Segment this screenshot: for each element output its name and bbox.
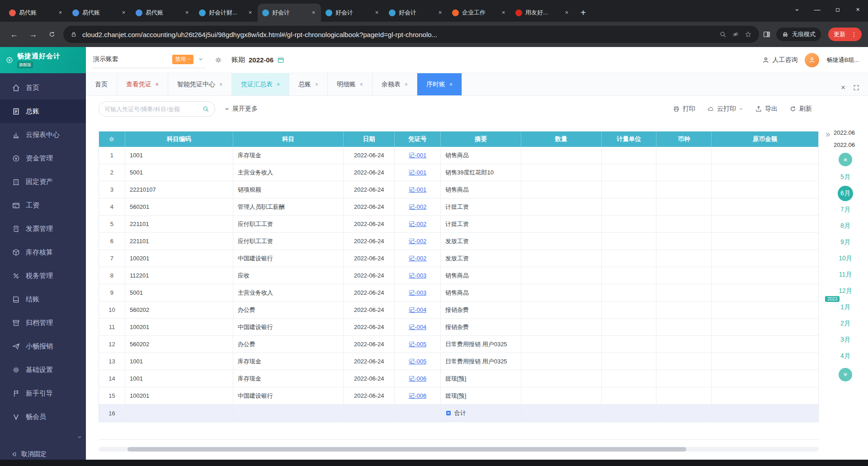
tab-close-icon[interactable]: ×	[310, 9, 317, 17]
sidebar-item[interactable]: 新手引导	[0, 381, 86, 405]
browser-menu-dots-icon[interactable]: ⋮	[849, 31, 859, 38]
user-name[interactable]: 畅捷通B组...	[826, 56, 859, 64]
disabled-badge[interactable]: 禁用	[172, 55, 193, 64]
month-item[interactable]: 2023 7月	[837, 203, 854, 217]
voucher-link[interactable]: 记-002	[409, 237, 426, 245]
month-item[interactable]: 2023 1月	[837, 301, 854, 314]
minimize-button[interactable]: —	[807, 6, 827, 13]
workspace-tab[interactable]: 凭证汇总表 ×	[232, 73, 289, 95]
refresh-button[interactable]: 刷新	[789, 105, 812, 113]
tab-close-icon[interactable]: ×	[360, 81, 363, 88]
table-row[interactable]: 13 1001 库存现金 2022-06-24 记-005 日常费用报销 用户0…	[99, 353, 818, 370]
month-item[interactable]: 2023 6月	[838, 186, 853, 201]
workspace-tab[interactable]: 余额表 ×	[373, 73, 417, 95]
sidebar-item[interactable]: 库存核算	[0, 240, 86, 264]
table-row[interactable]: 11 100201 中国建设银行 2022-06-24 记-004 报销杂费	[99, 319, 818, 336]
url-text[interactable]: cloud2.chanjet.com/accounting/uh26t264j5…	[82, 31, 714, 38]
reload-button[interactable]	[44, 27, 60, 42]
voucher-link[interactable]: 记-004	[409, 323, 426, 331]
tab-close-icon[interactable]: ×	[449, 81, 453, 88]
browser-tab[interactable]: 好会计 ×	[258, 4, 321, 22]
table-row[interactable]: 6 221101 应付职工工资 2022-06-24 记-002 发放工资	[99, 233, 818, 250]
sidebar-item[interactable]: 小畅报销	[0, 334, 86, 358]
workspace-tab[interactable]: 智能凭证中心 ×	[168, 73, 232, 95]
new-tab-button[interactable]: +	[576, 5, 590, 20]
month-item[interactable]: 2023 2月	[837, 317, 854, 330]
browser-tab[interactable]: 易代账 ×	[68, 4, 131, 22]
export-button[interactable]: 导出	[755, 105, 778, 113]
tab-close-icon[interactable]: ×	[57, 9, 64, 17]
voucher-link[interactable]: 记-002	[409, 203, 426, 211]
table-row[interactable]: 1 1001 库存现金 2022-06-24 记-001 销售商品	[99, 147, 818, 164]
voucher-link[interactable]: 记-006	[409, 392, 426, 400]
table-row[interactable]: 15 100201 中国建设银行 2022-06-24 记-006 提现[预]	[99, 387, 818, 405]
month-item[interactable]: 2023 3月	[837, 333, 854, 347]
voucher-link[interactable]: 记-005	[409, 358, 426, 366]
table-row[interactable]: 16 合计	[99, 405, 818, 422]
browser-tab[interactable]: 用友好... ×	[511, 4, 574, 22]
scrollbar-thumb[interactable]	[127, 447, 686, 452]
back-button[interactable]: ←	[6, 27, 22, 42]
forward-button[interactable]: →	[25, 27, 41, 42]
sidebar-item[interactable]: 归档管理	[0, 311, 86, 334]
sidebar-item[interactable]: 首页	[0, 76, 86, 99]
account-caret-icon[interactable]	[198, 56, 203, 62]
month-item[interactable]: 2023 12月	[837, 284, 854, 298]
tab-close-icon[interactable]: ×	[405, 81, 408, 88]
table-row[interactable]: 9 5001 主营业务收入 2022-06-24 记-003 销售商品	[99, 284, 818, 301]
month-item[interactable]: 2023 11月	[837, 268, 854, 282]
browser-tab[interactable]: 企业工作 ×	[448, 4, 511, 22]
table-row[interactable]: 14 1001 库存现金 2022-06-24 记-006 提现[预]	[99, 370, 818, 387]
tab-close-icon[interactable]: ×	[156, 81, 159, 88]
search-input[interactable]	[104, 106, 198, 113]
search-box[interactable]	[99, 101, 215, 117]
table-row[interactable]: 10 560202 办公费 2022-06-24 记-004 报销杂费	[99, 301, 818, 319]
voucher-link[interactable]: 记-002	[409, 254, 426, 263]
sidebar-item[interactable]: 结账	[0, 287, 86, 311]
workspace-tab[interactable]: 总账 ×	[289, 73, 328, 95]
tab-search-chevron-icon[interactable]	[787, 6, 807, 13]
month-item[interactable]: 2023 5月	[837, 170, 854, 184]
table-row[interactable]: 7 100201 中国建设银行 2022-06-24 记-002 发放工资	[99, 250, 818, 267]
sidebar-item[interactable]: 资金管理	[0, 146, 86, 170]
workspace-tab[interactable]: 查看凭证 ×	[117, 73, 168, 95]
search-icon[interactable]	[202, 105, 209, 113]
table-row[interactable]: 5 221101 应付职工工资 2022-06-24 记-002 计提工资	[99, 216, 818, 233]
table-row[interactable]: 8 112201 应收 2022-06-24 记-003 销售商品	[99, 267, 818, 284]
voucher-link[interactable]: 记-002	[409, 220, 426, 228]
sidebar-item[interactable]: 基础设置	[0, 358, 86, 381]
tab-close-icon[interactable]: ×	[183, 9, 191, 17]
tab-close-icon[interactable]: ×	[436, 9, 444, 17]
sidebar-item[interactable]: 畅会员	[0, 405, 86, 428]
sidebar-scroll-down-icon[interactable]	[77, 433, 82, 441]
sidebar-item[interactable]: 总账	[0, 99, 86, 123]
tab-close-icon[interactable]: ×	[563, 9, 571, 17]
cloud-print-button[interactable]: 云打印	[707, 105, 743, 113]
table-row[interactable]: 4 560201 管理人员职工薪酬 2022-06-24 记-002 计提工资	[99, 198, 818, 216]
voucher-link[interactable]: 记-001	[409, 186, 426, 194]
maximize-button[interactable]	[827, 6, 848, 13]
month-item[interactable]: 2023 9月	[837, 235, 854, 249]
workspace-tab[interactable]: 明细账 ×	[328, 73, 373, 95]
browser-tab[interactable]: 易代账 ×	[5, 4, 68, 22]
workspace-tab[interactable]: 序时账 ×	[417, 73, 462, 95]
scroll-months-down-button[interactable]	[839, 368, 852, 381]
eye-off-icon[interactable]	[732, 31, 739, 38]
expand-more-button[interactable]: 展开更多	[224, 105, 258, 113]
tab-close-icon[interactable]: ×	[315, 81, 318, 88]
settings-gear-icon[interactable]	[214, 56, 222, 64]
tab-close-icon[interactable]: ×	[277, 81, 280, 88]
tab-close-icon[interactable]: ×	[219, 81, 222, 88]
voucher-link[interactable]: 记-004	[409, 306, 426, 314]
print-button[interactable]: 打印	[673, 105, 695, 113]
calendar-icon[interactable]	[277, 56, 284, 64]
tab-close-icon[interactable]: ×	[246, 9, 254, 17]
side-panel-icon[interactable]	[763, 30, 771, 38]
support-link[interactable]: 人工咨询	[762, 56, 797, 64]
voucher-link[interactable]: 记-006	[409, 375, 426, 383]
voucher-link[interactable]: 记-005	[409, 340, 426, 348]
search-icon[interactable]	[719, 31, 726, 38]
month-item[interactable]: 2023 10月	[837, 252, 854, 265]
table-row[interactable]: 2 5001 主营业务收入 2022-06-24 记-001 销售39度红花郎1…	[99, 164, 818, 181]
browser-tab[interactable]: 易代账 ×	[131, 4, 194, 22]
